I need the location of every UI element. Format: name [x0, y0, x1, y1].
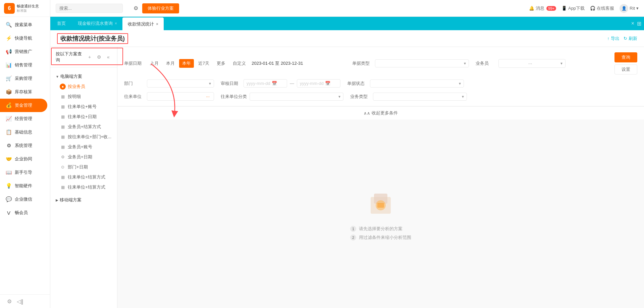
sidebar-item-采购管理[interactable]: 🛒 采购管理 — [0, 72, 50, 85]
sidebar-label: 基础信息 — [15, 129, 32, 135]
scheme-item-1[interactable]: ▦按明细 — [50, 92, 117, 102]
sidebar-label: 资金管理 — [15, 102, 32, 108]
sidebar-label: 企业协同 — [15, 156, 32, 162]
sidebar-label: 智能硬件 — [15, 183, 32, 189]
sidebar-item-企业协同[interactable]: 🤝 企业协同 — [0, 152, 50, 166]
sidebar-item-销售管理[interactable]: 📊 销售管理 — [0, 58, 50, 72]
scheme-settings-icon[interactable]: ⚙ — [96, 54, 102, 60]
dept-select[interactable]: ▾ — [147, 80, 214, 88]
left-panel-body: ▼ 电脑端方案 ●按业务员▦按明细▦往来单位+账号▦往来单位+日期▦业务员+结算… — [50, 67, 117, 308]
scheme-item-8[interactable]: ⊙部门+日期 — [50, 162, 117, 172]
scheme-item-4[interactable]: ▦业务员+结算方式 — [50, 122, 117, 132]
online-service-area[interactable]: 🎧 在线客服 — [590, 5, 614, 11]
scheme-item-7[interactable]: ⚙业务员+日期 — [50, 152, 117, 162]
sidebar-item-资金管理[interactable]: 💰 资金管理 — [0, 99, 47, 112]
filter-row-3: 往来单位 ··· 往来单位分类 ▾ — [124, 92, 637, 101]
sidebar-item-系统管理[interactable]: ⚙ 系统管理 — [0, 139, 50, 152]
sidebar-item-经营管理[interactable]: 📈 经营管理 — [0, 112, 50, 125]
tab-home[interactable]: 首页 — [50, 17, 72, 30]
salesperson-more-icon[interactable]: ··· — [528, 61, 532, 66]
salesperson-select[interactable]: ··· ▾ — [498, 59, 566, 68]
collapse-footer-icon[interactable]: ◁‖ — [16, 297, 24, 305]
doc-type-select[interactable]: ▾ — [375, 59, 469, 67]
tab-cash-flow-close[interactable]: × — [115, 21, 117, 26]
biz-type-label: 业务类型 — [350, 94, 370, 100]
date-tab-more[interactable]: 更多 — [214, 59, 228, 68]
app-logo: 6 畅捷通好生意 标准版 — [0, 0, 50, 17]
scheme-group-desktop-header[interactable]: ▼ 电脑端方案 — [50, 71, 117, 82]
sidebar-item-搜索菜单[interactable]: 🔍 搜索菜单 — [0, 18, 50, 32]
settings-footer-icon[interactable]: ⚙ — [5, 297, 13, 305]
setting-button[interactable]: 设置 — [614, 64, 637, 74]
export-button[interactable]: ↑ 导出 — [607, 36, 620, 42]
logo-icon: 6 — [4, 3, 15, 14]
scheme-item-label: 往来单位+结算方式 — [68, 174, 105, 180]
tab-receipt-stats[interactable]: 收款情况统计 × — [122, 17, 164, 31]
biz-type-select[interactable]: ▾ — [373, 93, 467, 101]
date-tab-this-year[interactable]: 本年 — [179, 59, 194, 68]
page-title-bar: 收款情况统计(按业务员) ↑ 导出 ↻ 刷新 — [50, 30, 644, 47]
scheme-group-mobile-header[interactable]: ▶ 移动端方案 — [50, 195, 117, 205]
app-download-area[interactable]: 📱 App下载 — [561, 5, 585, 11]
sidebar-icon: V — [5, 209, 12, 216]
salesperson-label: 业务员 — [476, 60, 496, 66]
review-date-to-picker[interactable]: yyyy-mm-dd 📅 — [297, 79, 340, 88]
notification-area[interactable]: 🔔 消息 99+ — [529, 5, 556, 11]
scheme-item-10[interactable]: ▦往来单位+结算方式 — [50, 182, 117, 192]
phone-icon: 📱 — [561, 6, 567, 11]
counterparty-label: 往来单位 — [124, 94, 144, 100]
scheme-item-0[interactable]: ●按业务员 — [50, 82, 117, 92]
tab-receipt-stats-close[interactable]: × — [156, 22, 158, 27]
scheme-item-9[interactable]: ▦往来单位+结算方式 — [50, 172, 117, 182]
date-tab-last-month[interactable]: 上月 — [147, 59, 162, 68]
svg-rect-3 — [377, 203, 384, 208]
counterparty-select[interactable]: ··· — [147, 92, 214, 101]
scheme-item-2[interactable]: ▦往来单位+账号 — [50, 102, 117, 112]
sidebar-label: 采购管理 — [15, 75, 32, 82]
sidebar-item-企业微信[interactable]: 💬 企业微信 — [0, 193, 50, 206]
sidebar-item-库存核算[interactable]: 📦 库存核算 — [0, 85, 50, 99]
counterparty-more-icon[interactable]: ··· — [206, 94, 210, 99]
trial-button[interactable]: 体验行业方案 — [142, 3, 179, 13]
tab-cash-flow[interactable]: 现金银行流水查询 × — [72, 17, 122, 30]
sidebar-icon: 📦 — [5, 89, 12, 95]
search-input[interactable] — [56, 4, 123, 13]
calendar-icon: 📅 — [272, 81, 277, 86]
collapse-arrow-icon: ▶ — [56, 198, 58, 202]
collapse-panel-icon[interactable]: « — [105, 54, 112, 60]
query-button[interactable]: 查询 — [614, 52, 637, 62]
collapse-bar[interactable]: ∧∧ 收起更多条件 — [117, 106, 644, 119]
counterparty-cat-select[interactable]: ▾ — [250, 93, 343, 101]
calendar-to-icon: 📅 — [325, 81, 330, 86]
scheme-icon: ▦ — [60, 114, 66, 120]
sidebar-item-新手引导[interactable]: 📖 新手引导 — [0, 166, 50, 179]
tab-close-all-icon[interactable]: × — [631, 20, 634, 27]
sidebar-icon: 💬 — [5, 196, 12, 203]
scheme-item-3[interactable]: ▦往来单位+日期 — [50, 112, 117, 122]
date-tab-7days[interactable]: 近7天 — [195, 59, 212, 68]
date-label: 单据日期 — [124, 60, 144, 66]
tab-bar-actions: × ⊞ — [631, 20, 644, 27]
dropdown-icon: ▾ — [636, 6, 639, 11]
tab-maximize-icon[interactable]: ⊞ — [637, 20, 641, 27]
review-date-from-picker[interactable]: yyyy-mm-dd 📅 — [244, 79, 287, 88]
sidebar-label: 畅会员 — [15, 210, 28, 216]
date-tab-custom[interactable]: 自定义 — [230, 59, 249, 68]
scheme-item-6[interactable]: ▦业务员+账号 — [50, 142, 117, 152]
sidebar-item-营销推广[interactable]: 📢 营销推广 — [0, 45, 50, 58]
user-area[interactable]: 👤 Rit ▾ — [620, 4, 639, 13]
scheme-item-5[interactable]: ▦按往来单位+部门+收... — [50, 132, 117, 142]
header-search-area — [56, 4, 129, 13]
review-date-to-value: yyyy-mm-dd — [300, 81, 324, 86]
sidebar-item-畅会员[interactable]: V 畅会员 — [0, 206, 50, 219]
scheme-item-label: 业务员+结算方式 — [68, 124, 101, 130]
sidebar-item-快捷导航[interactable]: ⚡ 快捷导航 — [0, 32, 50, 45]
doc-status-select[interactable]: ▾ — [370, 80, 464, 88]
refresh-button[interactable]: ↻ 刷新 — [624, 36, 637, 42]
add-scheme-icon[interactable]: + — [86, 54, 93, 60]
settings-header-icon[interactable]: ⚙ — [133, 5, 138, 11]
sidebar-item-基础信息[interactable]: 📋 基础信息 — [0, 125, 50, 139]
filter-row-2: 部门 ▾ 审核日期 yyyy-mm-dd 📅 — [124, 79, 637, 88]
date-tab-this-month[interactable]: 本月 — [163, 59, 178, 68]
sidebar-item-智能硬件[interactable]: 💡 智能硬件 — [0, 179, 50, 193]
